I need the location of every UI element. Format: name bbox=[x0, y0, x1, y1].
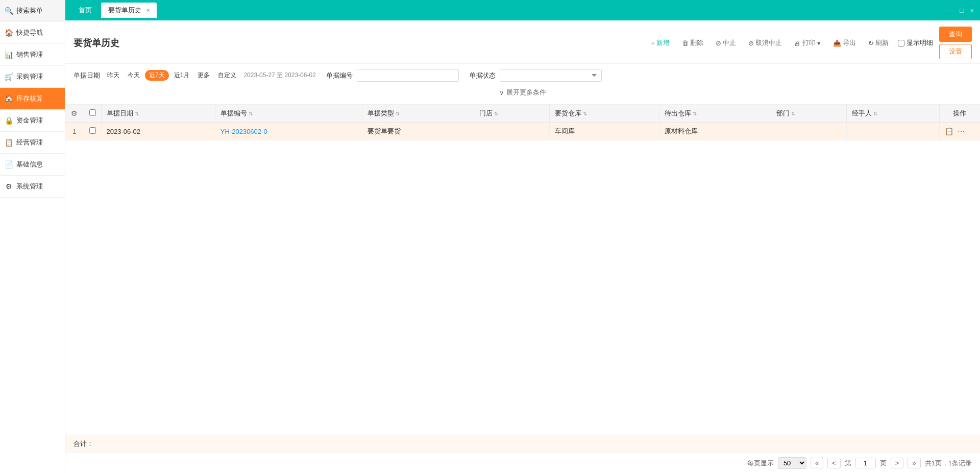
cancel-stop-button[interactable]: ⊘ 取消中止 bbox=[745, 36, 785, 50]
col-handler: 经手人 ⇅ bbox=[847, 105, 939, 123]
main-area: 首页 要货单历史 × — □ × 要货单历史 + 新增 🗑 删除 bbox=[65, 0, 980, 473]
col-department-sort[interactable]: 部门 ⇅ bbox=[776, 109, 841, 118]
export-label: 导出 bbox=[843, 38, 856, 48]
refresh-label: 刷新 bbox=[875, 38, 889, 48]
date-btn-custom[interactable]: 自定义 bbox=[215, 70, 239, 81]
col-type-sort[interactable]: 单据类型 ⇅ bbox=[368, 109, 469, 118]
date-btn-yesterday[interactable]: 昨天 bbox=[104, 70, 122, 81]
finance-icon: 🔒 bbox=[4, 116, 13, 125]
cancel-label: 取消中止 bbox=[755, 38, 782, 48]
stop-button[interactable]: ⊘ 中止 bbox=[713, 36, 739, 50]
sidebar-item-system[interactable]: ⚙ 系统管理 bbox=[0, 176, 65, 198]
tab-close-icon[interactable]: × bbox=[146, 7, 150, 13]
sort-pending-warehouse-icon: ⇅ bbox=[693, 111, 697, 116]
select-all-checkbox[interactable] bbox=[89, 109, 96, 116]
page-suffix: 页 bbox=[880, 459, 887, 468]
doc-no-input[interactable] bbox=[357, 69, 459, 82]
search-icon: 🔍 bbox=[4, 6, 13, 15]
delete-button[interactable]: 🗑 删除 bbox=[679, 36, 706, 50]
col-department-label: 部门 bbox=[776, 109, 790, 118]
col-store-sort[interactable]: 门店 ⇅ bbox=[479, 109, 544, 118]
home-icon: 🏠 bbox=[4, 28, 13, 37]
stop-label: 中止 bbox=[723, 38, 736, 48]
row-store bbox=[474, 123, 550, 140]
sidebar-item-label: 销售管理 bbox=[16, 50, 43, 59]
sort-handler-icon: ⇅ bbox=[873, 111, 877, 116]
col-checkbox bbox=[84, 105, 101, 123]
refresh-icon: ↻ bbox=[868, 39, 874, 47]
print-icon: 🖨 bbox=[794, 39, 801, 47]
sidebar-item-inventory[interactable]: 🏠 库存核算 bbox=[0, 88, 65, 110]
window-close-btn[interactable]: × bbox=[970, 7, 974, 14]
window-maximize-btn[interactable]: □ bbox=[960, 7, 964, 14]
sidebar-item-operation[interactable]: 📋 经营管理 bbox=[0, 132, 65, 154]
sort-store-icon: ⇅ bbox=[494, 111, 498, 116]
per-page-select[interactable]: 50 100 200 bbox=[778, 457, 806, 469]
status-select[interactable] bbox=[500, 69, 602, 82]
col-type-label: 单据类型 bbox=[368, 109, 394, 118]
col-date-sort[interactable]: 单据日期 ⇅ bbox=[107, 109, 210, 118]
sidebar-item-purchase[interactable]: 🛒 采购管理 bbox=[0, 66, 65, 88]
export-button[interactable]: 📤 导出 bbox=[830, 36, 859, 50]
print-button[interactable]: 🖨 打印 ▾ bbox=[791, 36, 824, 50]
sidebar-item-label: 经营管理 bbox=[16, 138, 43, 147]
row-num: 1 bbox=[65, 123, 84, 140]
col-date: 单据日期 ⇅ bbox=[101, 105, 215, 123]
col-no: 单据编号 ⇅ bbox=[215, 105, 362, 123]
first-page-button[interactable]: « bbox=[811, 458, 823, 468]
refresh-button[interactable]: ↻ 刷新 bbox=[865, 36, 892, 50]
cancel-icon: ⊘ bbox=[748, 39, 754, 47]
settings-button[interactable]: 设置 bbox=[939, 44, 972, 59]
display-detail-toggle[interactable]: 显示明细 bbox=[898, 38, 933, 48]
topbar: 首页 要货单历史 × — □ × bbox=[65, 0, 980, 20]
col-handler-sort[interactable]: 经手人 ⇅ bbox=[852, 109, 934, 118]
col-no-sort[interactable]: 单据编号 ⇅ bbox=[220, 109, 357, 118]
sidebar-search[interactable]: 🔍 搜索菜单 bbox=[0, 0, 65, 22]
row-checkbox[interactable] bbox=[89, 127, 96, 134]
page-number-input[interactable] bbox=[855, 458, 876, 468]
sort-type-icon: ⇅ bbox=[396, 111, 400, 116]
col-handler-label: 经手人 bbox=[852, 109, 872, 118]
tab-active[interactable]: 要货单历史 × bbox=[101, 3, 157, 18]
table-footer: 合计： bbox=[65, 435, 980, 453]
column-settings-icon[interactable]: ⚙ bbox=[71, 109, 78, 117]
sidebar: 🔍 搜索菜单 🏠 快捷导航 📊 销售管理 🛒 采购管理 🏠 库存核算 🔒 资金管… bbox=[0, 0, 65, 473]
row-no-link[interactable]: YH-20230602-0 bbox=[220, 128, 267, 135]
tab-home[interactable]: 首页 bbox=[71, 3, 99, 18]
date-btn-today[interactable]: 今天 bbox=[125, 70, 143, 81]
topbar-right: — □ × bbox=[947, 7, 974, 14]
edit-icon[interactable]: 📋 bbox=[945, 127, 953, 135]
doc-no-filter: 单据编号 bbox=[326, 69, 459, 82]
col-req-warehouse-sort[interactable]: 要货仓库 ⇅ bbox=[555, 109, 653, 118]
pagination: 每页显示 50 100 200 « < 第 页 > » 共1页，1条记录 bbox=[65, 453, 980, 473]
window-minimize-btn[interactable]: — bbox=[947, 7, 954, 14]
last-page-button[interactable]: » bbox=[908, 458, 920, 468]
total-info: 共1页，1条记录 bbox=[925, 459, 972, 468]
doc-no-label: 单据编号 bbox=[326, 71, 353, 80]
col-pending-warehouse-sort[interactable]: 待出仓库 ⇅ bbox=[665, 109, 766, 118]
col-no-label: 单据编号 bbox=[220, 109, 247, 118]
more-icon[interactable]: ⋯ bbox=[958, 127, 965, 135]
page-title: 要货单历史 bbox=[74, 37, 119, 49]
col-req-warehouse: 要货仓库 ⇅ bbox=[550, 105, 659, 123]
row-checkbox-cell bbox=[84, 123, 101, 140]
expand-filter-button[interactable]: ∨ 展开更多条件 bbox=[495, 86, 550, 99]
sidebar-item-basic[interactable]: 📄 基础信息 bbox=[0, 154, 65, 176]
display-detail-checkbox[interactable] bbox=[898, 40, 904, 46]
page-prefix: 第 bbox=[845, 459, 851, 468]
query-button[interactable]: 查询 bbox=[939, 27, 972, 42]
tab-active-label: 要货单历史 bbox=[108, 6, 141, 15]
row-ops: 📋 ⋯ bbox=[939, 123, 980, 140]
export-icon: 📤 bbox=[833, 39, 841, 47]
date-btn-1month[interactable]: 近1月 bbox=[171, 70, 193, 81]
next-page-button[interactable]: > bbox=[891, 458, 904, 468]
col-ops-label: 操作 bbox=[953, 109, 966, 117]
add-button[interactable]: + 新增 bbox=[648, 36, 673, 50]
date-btn-more[interactable]: 更多 bbox=[194, 70, 213, 81]
prev-page-button[interactable]: < bbox=[827, 458, 841, 468]
sidebar-item-quick-nav[interactable]: 🏠 快捷导航 bbox=[0, 22, 65, 44]
sidebar-item-finance[interactable]: 🔒 资金管理 bbox=[0, 110, 65, 132]
date-btn-7days[interactable]: 近7天 bbox=[145, 70, 169, 81]
sidebar-item-sales[interactable]: 📊 销售管理 bbox=[0, 44, 65, 66]
print-dropdown-icon: ▾ bbox=[817, 39, 821, 47]
